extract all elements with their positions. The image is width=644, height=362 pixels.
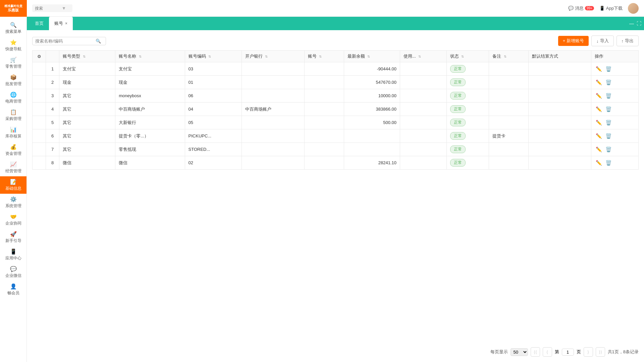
row-bank	[241, 116, 304, 129]
row-code: 01	[185, 76, 241, 89]
search-icon[interactable]: 🔍	[96, 39, 101, 44]
sidebar-item-new-guide[interactable]: 🚀 新手引导	[0, 229, 26, 246]
import-label: 导入	[600, 38, 609, 44]
col-bank[interactable]: 开户银行 ⇅	[241, 51, 304, 62]
col-name[interactable]: 账号名称 ⇅	[115, 51, 185, 62]
page-prev-button[interactable]: ⟨	[543, 347, 552, 357]
sidebar-item-retail-mgmt[interactable]: 🛒 零售管理	[0, 54, 26, 72]
row-name: 零售抵现	[115, 143, 185, 156]
sidebar-item-quick-nav[interactable]: ⭐ 快捷导航	[0, 37, 26, 54]
edit-button[interactable]: ✏️	[596, 146, 602, 152]
export-button[interactable]: ↑ 导出	[616, 36, 639, 46]
table-row: 4 其它 中百商场账户 04 中百商场账户 383866.00 正常 ✏️ 🗑️	[33, 103, 639, 116]
sidebar-item-business-mgmt[interactable]: 📈 经营管理	[0, 159, 26, 176]
page-first-button[interactable]: ⟨⟨	[531, 347, 540, 357]
col-status[interactable]: 状态 ⇅	[446, 51, 489, 62]
page-last-button[interactable]: ⟩⟩	[596, 347, 605, 357]
sidebar-item-finance-mgmt[interactable]: 💰 资金管理	[0, 141, 26, 159]
row-actions: ✏️ 🗑️	[591, 62, 639, 76]
top-header: ▼ 💬 消息 99+ 📱 App下载	[27, 0, 644, 17]
top-search-input[interactable]	[35, 6, 62, 11]
top-search-dropdown-icon[interactable]: ▼	[62, 6, 66, 11]
col-account[interactable]: 账号 ⇅	[304, 51, 344, 62]
sidebar-item-wholesale-mgmt[interactable]: 📦 批发管理	[0, 72, 26, 89]
sidebar-item-label: 系统管理	[5, 203, 21, 209]
tab-maximize-icon[interactable]: ⛶	[637, 21, 641, 26]
col-settle[interactable]: 默认结算方式	[529, 51, 591, 62]
col-usage[interactable]: 使用... ⇅	[400, 51, 446, 62]
row-settle	[529, 76, 591, 89]
tab-minimize-icon[interactable]: —	[629, 21, 634, 26]
col-code[interactable]: 账号编码 ⇅	[185, 51, 241, 62]
app-download-button[interactable]: 📱 App下载	[599, 5, 623, 11]
edit-button[interactable]: ✏️	[596, 106, 602, 112]
delete-button[interactable]: 🗑️	[605, 66, 612, 72]
col-remark[interactable]: 备注 ⇅	[489, 51, 529, 62]
sidebar-item-basic-info[interactable]: 📝 基础信息	[0, 176, 26, 194]
toolbar-right: + 新增账号 ↓ 导入 ↑ 导出	[558, 36, 639, 46]
delete-button[interactable]: 🗑️	[605, 146, 612, 152]
row-actions: ✏️ 🗑️	[591, 116, 639, 129]
page-next-button[interactable]: ⟩	[584, 347, 593, 357]
sidebar-item-ecommerce-mgmt[interactable]: 🌐 电商管理	[0, 89, 26, 107]
col-settings[interactable]: ⚙	[33, 51, 46, 62]
edit-button[interactable]: ✏️	[596, 120, 602, 125]
edit-button[interactable]: ✏️	[596, 79, 602, 85]
page-label: 第	[555, 349, 559, 355]
sidebar-item-enterprise-agreement[interactable]: 🤝 企业协同	[0, 211, 26, 229]
sidebar-item-search-menu[interactable]: 🔍 搜索菜单	[0, 19, 26, 37]
row-no: 1	[46, 62, 59, 76]
sidebar-item-inventory[interactable]: 📊 库存核算	[0, 124, 26, 141]
new-guide-icon: 🚀	[10, 231, 17, 237]
row-bank	[241, 76, 304, 89]
delete-button[interactable]: 🗑️	[605, 120, 612, 125]
avatar[interactable]	[628, 3, 639, 14]
edit-button[interactable]: ✏️	[596, 93, 602, 99]
page-total-info: 共1页，8条记录	[608, 349, 639, 355]
row-settle	[529, 143, 591, 156]
row-usage	[400, 129, 446, 143]
tab-home[interactable]: 首页	[30, 17, 49, 30]
system-icon: ⚙️	[10, 196, 17, 202]
search-input[interactable]	[35, 39, 96, 44]
tab-account[interactable]: 账号 ×	[49, 17, 73, 30]
page-size-select[interactable]: 50 100 200	[511, 348, 528, 356]
top-search-box[interactable]: ▼	[32, 4, 72, 12]
sidebar-item-label: 采购管理	[5, 116, 21, 122]
row-remark	[489, 143, 529, 156]
tab-account-label: 账号	[54, 20, 63, 26]
edit-button[interactable]: ✏️	[596, 133, 602, 139]
row-remark	[489, 62, 529, 76]
sidebar-item-system-mgmt[interactable]: ⚙️ 系统管理	[0, 194, 26, 211]
sort-bank-icon: ⇅	[265, 55, 268, 58]
edit-button[interactable]: ✏️	[596, 66, 602, 72]
col-type[interactable]: 账号类型 ⇅	[59, 51, 115, 62]
edit-button[interactable]: ✏️	[596, 160, 602, 166]
delete-button[interactable]: 🗑️	[605, 79, 612, 85]
add-account-button[interactable]: + 新增账号	[558, 36, 589, 46]
sidebar-item-member[interactable]: 👤 畅会员	[0, 281, 26, 298]
tab-close-icon[interactable]: ×	[65, 21, 67, 26]
row-code: 06	[185, 89, 241, 103]
sidebar-item-enterprise-wechat[interactable]: 💬 企业微信	[0, 263, 26, 281]
delete-button[interactable]: 🗑️	[605, 160, 612, 166]
row-settings-cell	[33, 89, 46, 103]
delete-button[interactable]: 🗑️	[605, 106, 612, 112]
sidebar-item-label: 库存核算	[5, 133, 21, 139]
row-balance	[344, 129, 400, 143]
sidebar-item-label: 搜索菜单	[5, 29, 21, 35]
sidebar-item-app-center[interactable]: 📱 应用中心	[0, 246, 26, 263]
col-balance[interactable]: 最新余额 ⇅	[344, 51, 400, 62]
sidebar-item-purchase-mgmt[interactable]: 📋 采购管理	[0, 107, 26, 124]
page-number-input[interactable]	[562, 349, 574, 356]
delete-button[interactable]: 🗑️	[605, 133, 612, 139]
delete-button[interactable]: 🗑️	[605, 93, 612, 99]
row-settle	[529, 156, 591, 170]
import-button[interactable]: ↓ 导入	[591, 36, 614, 46]
search-box[interactable]: 🔍	[32, 37, 106, 45]
message-button[interactable]: 💬 消息 99+	[568, 5, 594, 11]
row-status: 正常	[446, 116, 489, 129]
search-menu-icon: 🔍	[10, 22, 17, 28]
table-row: 6 其它 提货卡（零...） PICKUPC... 正常 提货卡 ✏️ 🗑️	[33, 129, 639, 143]
sidebar: 精准赢时生意 乐惠版 🔍 搜索菜单 ⭐ 快捷导航 🛒 零售管理 📦 批发管理 🌐…	[0, 0, 27, 362]
